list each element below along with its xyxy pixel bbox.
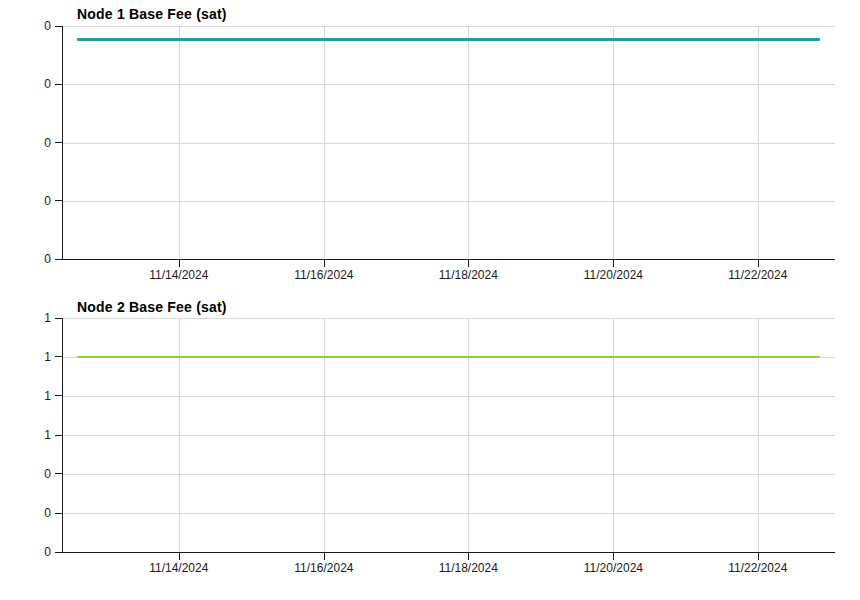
y-tick-label: 0 xyxy=(7,544,51,560)
v-gridline xyxy=(179,318,180,552)
y-tick-label: 0 xyxy=(7,505,51,521)
y-tick-label: 0 xyxy=(7,18,51,34)
plot-area-node-2-base-fee: 111100011/14/202411/16/202411/18/202411/… xyxy=(62,318,835,553)
y-axis-tick xyxy=(55,200,63,201)
y-tick-label: 0 xyxy=(7,135,51,151)
y-axis-tick xyxy=(55,552,63,553)
v-gridline xyxy=(758,26,759,259)
v-gridline xyxy=(179,26,180,259)
y-axis-tick xyxy=(55,356,63,357)
x-tick-label: 11/18/2024 xyxy=(426,561,510,575)
x-tick-label: 11/16/2024 xyxy=(282,561,366,575)
v-gridline xyxy=(613,26,614,259)
y-axis-tick xyxy=(55,318,63,319)
y-axis-tick xyxy=(55,26,63,27)
chart-title-node-2-base-fee: Node 2 Base Fee (sat) xyxy=(77,299,227,315)
chart-title-node-1-base-fee: Node 1 Base Fee (sat) xyxy=(77,6,227,22)
series-line-node-1-base-fee xyxy=(77,38,820,41)
y-tick-label: 1 xyxy=(7,310,51,326)
y-axis-tick xyxy=(55,84,63,85)
fee-charts-panel: Node 1 Base Fee (sat) 0000011/14/202411/… xyxy=(0,0,860,600)
y-tick-label: 0 xyxy=(7,466,51,482)
y-tick-label: 0 xyxy=(7,193,51,209)
x-axis-tick xyxy=(324,259,325,267)
x-tick-label: 11/16/2024 xyxy=(282,268,366,282)
y-tick-label: 1 xyxy=(7,349,51,365)
y-tick-label: 0 xyxy=(7,251,51,267)
x-axis-tick xyxy=(179,552,180,560)
x-axis-tick xyxy=(613,259,614,267)
x-tick-label: 11/20/2024 xyxy=(571,268,655,282)
v-gridline xyxy=(324,26,325,259)
x-axis-tick xyxy=(324,552,325,560)
x-axis-tick xyxy=(613,552,614,560)
plot-area-node-1-base-fee: 0000011/14/202411/16/202411/18/202411/20… xyxy=(62,26,835,260)
y-axis-tick xyxy=(55,395,63,396)
x-axis-tick xyxy=(758,259,759,267)
x-axis-tick xyxy=(468,552,469,560)
x-tick-label: 11/14/2024 xyxy=(137,268,221,282)
y-tick-label: 1 xyxy=(7,427,51,443)
x-axis-tick xyxy=(468,259,469,267)
x-tick-label: 11/14/2024 xyxy=(137,561,221,575)
x-tick-label: 11/22/2024 xyxy=(716,268,800,282)
x-tick-label: 11/20/2024 xyxy=(571,561,655,575)
x-tick-label: 11/18/2024 xyxy=(426,268,510,282)
x-axis-tick xyxy=(179,259,180,267)
y-axis-tick xyxy=(55,259,63,260)
y-axis-tick xyxy=(55,142,63,143)
v-gridline xyxy=(468,318,469,552)
y-axis-tick xyxy=(55,473,63,474)
v-gridline xyxy=(468,26,469,259)
y-tick-label: 0 xyxy=(7,76,51,92)
y-axis-tick xyxy=(55,513,63,514)
v-gridline xyxy=(613,318,614,552)
v-gridline xyxy=(758,318,759,552)
v-gridline xyxy=(324,318,325,552)
x-tick-label: 11/22/2024 xyxy=(716,561,800,575)
y-tick-label: 1 xyxy=(7,388,51,404)
x-axis-tick xyxy=(758,552,759,560)
y-axis-tick xyxy=(55,435,63,436)
series-line-node-2-base-fee xyxy=(77,356,820,359)
